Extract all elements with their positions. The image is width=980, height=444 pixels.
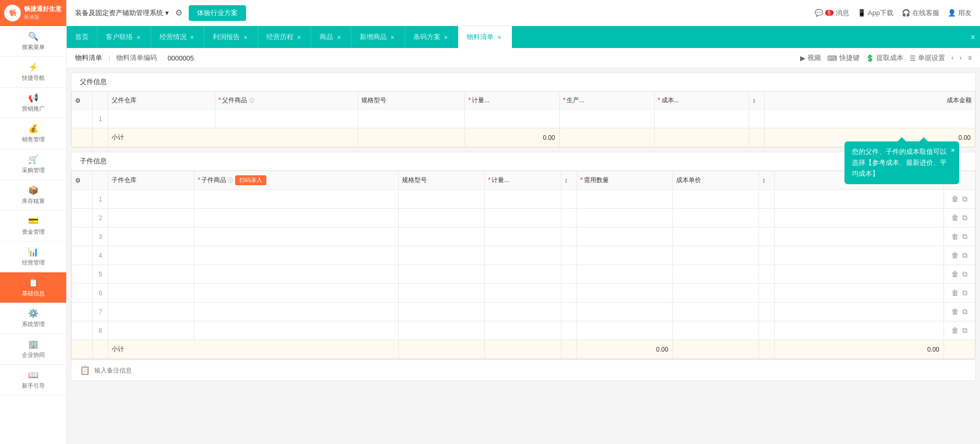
delete-icon[interactable]: 🗑 <box>950 250 960 260</box>
tab-profit-close[interactable]: × <box>242 33 249 42</box>
tab-barcode[interactable]: 条码方案 × <box>405 26 459 48</box>
child-row7-cost-unit[interactable] <box>672 303 758 321</box>
tab-profit[interactable]: 利润报告 × <box>204 26 258 48</box>
tab-history[interactable]: 经营历程 × <box>258 26 312 48</box>
child-row3-req-qty[interactable] <box>577 227 672 246</box>
tab-home[interactable]: 首页 <box>67 26 97 48</box>
parent-row1-cost[interactable] <box>654 110 749 128</box>
extract-cost-button[interactable]: 💲 提取成本 <box>866 53 903 63</box>
child-row8-cost-unit[interactable] <box>672 321 758 340</box>
tab-bom[interactable]: 物料清单 × <box>458 26 512 48</box>
parent-row1-quantity[interactable] <box>464 110 559 128</box>
copy-icon[interactable]: ⧉ <box>961 212 969 223</box>
child-row2-quantity[interactable] <box>485 209 561 227</box>
message-button[interactable]: 💬 6 消息 <box>815 8 849 18</box>
child-row8-spec[interactable] <box>399 321 485 340</box>
sidebar-item-system[interactable]: ⚙️ 系统管理 <box>0 303 66 334</box>
child-row8-quantity[interactable] <box>485 321 561 340</box>
sidebar-item-basic[interactable]: 📋 基础信息 <box>0 272 66 303</box>
child-row3-cost-unit[interactable] <box>672 227 758 246</box>
delete-icon[interactable]: 🗑 <box>950 212 960 223</box>
copy-icon[interactable]: ⧉ <box>961 325 969 335</box>
child-row7-req-qty[interactable] <box>577 303 672 321</box>
parent-row1-production[interactable] <box>559 110 654 128</box>
sidebar-item-enterprise[interactable]: 🏢 企业协同 <box>0 334 66 365</box>
sidebar-item-search[interactable]: 🔍 搜索菜单 <box>0 26 66 57</box>
sidebar-item-operation[interactable]: 📊 经营管理 <box>0 242 66 272</box>
child-row1-warehouse[interactable] <box>108 190 194 209</box>
child-row5-spec[interactable] <box>399 265 485 284</box>
nav-next-button[interactable]: › <box>960 54 962 62</box>
child-row3-spec[interactable] <box>399 227 485 246</box>
child-row1-quantity[interactable] <box>485 190 561 209</box>
child-row1-spec[interactable] <box>399 190 485 209</box>
scan-button[interactable]: 扫码录入 <box>235 175 266 185</box>
child-row8-warehouse[interactable] <box>108 321 194 340</box>
child-row7-product[interactable] <box>194 303 399 321</box>
remark-input[interactable] <box>94 367 967 374</box>
delete-icon[interactable]: 🗑 <box>950 231 960 242</box>
child-row2-spec[interactable] <box>399 209 485 227</box>
child-row5-cost-unit[interactable] <box>672 265 758 284</box>
nav-prev-button[interactable]: ‹ <box>951 54 953 62</box>
child-row2-req-qty[interactable] <box>577 209 672 227</box>
view-toggle-button[interactable]: ≡ <box>968 54 972 62</box>
child-row3-product[interactable] <box>194 227 399 246</box>
trial-button[interactable]: 体验行业方案 <box>189 5 246 21</box>
copy-icon[interactable]: ⧉ <box>961 287 969 298</box>
tab-operation-status-close[interactable]: × <box>189 33 196 42</box>
sidebar-item-guide[interactable]: 📖 新手引导 <box>0 365 66 395</box>
child-row5-req-qty[interactable] <box>577 265 672 284</box>
child-row4-spec[interactable] <box>399 246 485 265</box>
child-row6-spec[interactable] <box>399 284 485 303</box>
single-settings-button[interactable]: ☰ 单据设置 <box>910 53 945 63</box>
tab-new-product[interactable]: 新增商品 × <box>351 26 405 48</box>
child-row1-cost-unit[interactable] <box>672 190 758 209</box>
shortcut-button[interactable]: ⌨ 快捷键 <box>827 53 860 63</box>
child-row2-cost-unit[interactable] <box>672 209 758 227</box>
child-row6-req-qty[interactable] <box>577 284 672 303</box>
child-row4-req-qty[interactable] <box>577 246 672 265</box>
system-title[interactable]: 装备及固定资产辅助管理系统 ▾ <box>75 8 169 18</box>
child-row1-product[interactable] <box>194 190 399 209</box>
tooltip-close-button[interactable]: × <box>951 145 955 156</box>
tab-barcode-close[interactable]: × <box>443 33 450 42</box>
parent-row1-spec[interactable] <box>358 110 464 128</box>
tab-bom-close[interactable]: × <box>496 33 503 42</box>
sidebar-item-quick-nav[interactable]: ⚡ 快捷导航 <box>0 57 66 88</box>
child-row2-product[interactable] <box>194 209 399 227</box>
app-download-button[interactable]: 📱 App下载 <box>858 8 893 18</box>
child-row7-spec[interactable] <box>399 303 485 321</box>
child-row7-warehouse[interactable] <box>108 303 194 321</box>
child-row6-cost-unit[interactable] <box>672 284 758 303</box>
child-row1-req-qty[interactable] <box>577 190 672 209</box>
child-row4-warehouse[interactable] <box>108 246 194 265</box>
sidebar-item-marketing[interactable]: 📢 营销推广 <box>0 88 66 118</box>
child-row3-warehouse[interactable] <box>108 227 194 246</box>
delete-icon[interactable]: 🗑 <box>950 306 960 317</box>
delete-icon[interactable]: 🗑 <box>950 325 960 335</box>
sidebar-item-sales[interactable]: 💰 销售管理 <box>0 118 66 149</box>
breadcrumb-bom-list[interactable]: 物料清单 <box>75 53 102 63</box>
child-row8-product[interactable] <box>194 321 399 340</box>
child-row4-product[interactable] <box>194 246 399 265</box>
copy-icon[interactable]: ⧉ <box>961 250 969 260</box>
child-row5-product[interactable] <box>194 265 399 284</box>
parent-row1-sort[interactable] <box>749 110 765 128</box>
tab-customer[interactable]: 客户联络 × <box>97 26 151 48</box>
tab-product-close[interactable]: × <box>335 33 342 42</box>
tab-history-close[interactable]: × <box>296 33 303 42</box>
sidebar-item-inventory[interactable]: 📦 库存核算 <box>0 180 66 211</box>
tab-product[interactable]: 商品 × <box>311 26 351 48</box>
child-row6-warehouse[interactable] <box>108 284 194 303</box>
copy-icon[interactable]: ⧉ <box>961 269 969 279</box>
user-button[interactable]: 👤 用友 <box>948 8 972 18</box>
parent-row1-product[interactable] <box>215 110 358 128</box>
child-row4-quantity[interactable] <box>485 246 561 265</box>
tab-new-product-close[interactable]: × <box>389 33 396 42</box>
child-row3-quantity[interactable] <box>485 227 561 246</box>
sidebar-item-purchase[interactable]: 🛒 采购管理 <box>0 149 66 180</box>
delete-icon[interactable]: 🗑 <box>950 194 960 204</box>
child-row6-product[interactable] <box>194 284 399 303</box>
settings-icon[interactable]: ⚙ <box>175 8 182 18</box>
